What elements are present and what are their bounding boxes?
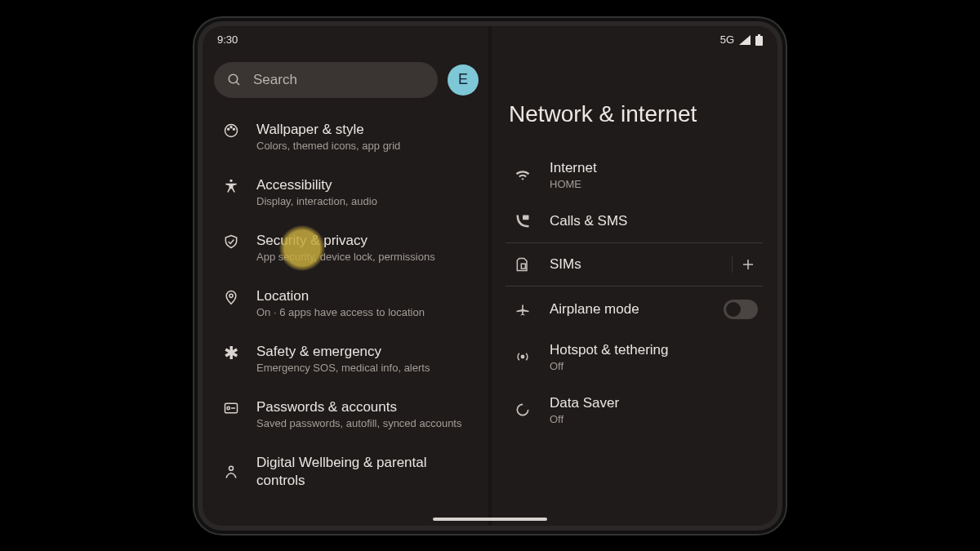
data-saver-icon — [514, 402, 531, 418]
svg-rect-14 — [523, 215, 529, 220]
palette-icon — [223, 122, 239, 139]
svg-point-11 — [227, 407, 229, 410]
detail-item-title: Data Saver — [550, 395, 758, 411]
sidebar-item-subtitle: On · 6 apps have access to location — [256, 306, 474, 320]
detail-item-airplane[interactable]: Airplane mode — [506, 288, 763, 331]
svg-point-2 — [229, 74, 238, 83]
detail-item-subtitle: Off — [550, 360, 758, 372]
sidebar-item-wallpaper[interactable]: Wallpaper & style Colors, themed icons, … — [214, 109, 479, 165]
svg-point-6 — [230, 126, 232, 127]
sidebar-item-wellbeing[interactable]: Digital Wellbeing & parental controls — [214, 442, 479, 500]
sidebar-item-title: Digital Wellbeing & parental controls — [256, 454, 474, 489]
svg-point-5 — [228, 128, 229, 130]
sidebar-item-accessibility[interactable]: Accessibility Display, interaction, audi… — [214, 165, 479, 220]
detail-item-title: SIMs — [550, 256, 715, 273]
detail-item-calls[interactable]: Calls & SMS — [506, 202, 763, 241]
gesture-nav-bar[interactable] — [433, 518, 547, 521]
phone-sms-icon — [514, 213, 531, 229]
sidebar-item-title: Accessibility — [256, 176, 474, 193]
sidebar-item-location[interactable]: Location On · 6 apps have access to loca… — [214, 276, 479, 331]
svg-point-8 — [229, 179, 232, 181]
signal-icon — [739, 35, 751, 45]
detail-pane: Network & internet Internet HOME Calls &… — [490, 54, 777, 526]
account-avatar[interactable]: E — [448, 64, 479, 96]
sidebar-item-title: Security & privacy — [256, 232, 474, 249]
status-network-label: 5G — [720, 33, 734, 46]
svg-line-3 — [236, 82, 239, 85]
divider — [506, 242, 763, 243]
detail-item-sims[interactable]: SIMs — [506, 245, 763, 284]
airplane-toggle[interactable] — [724, 300, 758, 319]
battery-icon — [755, 34, 763, 46]
sidebar-item-title: Wallpaper & style — [256, 121, 474, 138]
svg-rect-1 — [758, 34, 760, 36]
sidebar-item-passwords[interactable]: Passwords & accounts Saved passwords, au… — [214, 387, 479, 442]
sidebar-item-subtitle: Emergency SOS, medical info, alerts — [256, 362, 474, 375]
detail-item-internet[interactable]: Internet HOME — [506, 149, 763, 202]
key-icon — [223, 400, 239, 416]
detail-item-subtitle: Off — [550, 413, 758, 425]
sidebar-item-subtitle: Colors, themed icons, app grid — [256, 140, 474, 153]
svg-point-18 — [521, 355, 523, 358]
sim-icon — [514, 256, 531, 273]
svg-point-13 — [229, 467, 234, 471]
detail-heading: Network & internet — [509, 101, 763, 127]
search-placeholder: Search — [253, 72, 297, 88]
detail-item-title: Calls & SMS — [550, 213, 758, 229]
avatar-initial: E — [458, 71, 468, 88]
airplane-icon — [514, 301, 531, 318]
sidebar-item-subtitle: Saved passwords, autofill, synced accoun… — [256, 417, 474, 431]
status-bar: 9:30 5G — [203, 26, 777, 54]
detail-item-title: Internet — [550, 160, 758, 176]
search-input[interactable]: Search — [214, 62, 438, 98]
svg-point-7 — [233, 128, 234, 130]
detail-item-title: Airplane mode — [550, 301, 707, 318]
detail-item-datasaver[interactable]: Data Saver Off — [506, 384, 763, 437]
sidebar-item-subtitle: App security, device lock, permissions — [256, 251, 474, 264]
detail-item-title: Hotspot & tethering — [550, 342, 758, 358]
plus-icon — [741, 257, 755, 272]
sidebar-item-subtitle: Display, interaction, audio — [256, 195, 474, 209]
hotspot-icon — [514, 349, 531, 365]
sidebar-item-security[interactable]: Security & privacy App security, device … — [214, 220, 479, 276]
wifi-icon — [514, 167, 531, 183]
add-sim-button[interactable] — [732, 256, 763, 273]
status-time: 9:30 — [217, 33, 238, 46]
sidebar-item-safety[interactable]: ✱ Safety & emergency Emergency SOS, medi… — [214, 331, 479, 387]
device-frame: 9:30 5G Search E Wallpaper & style — [203, 26, 777, 526]
svg-point-9 — [229, 294, 233, 297]
sidebar-item-title: Passwords & accounts — [256, 398, 474, 415]
search-icon — [227, 73, 242, 87]
settings-list-pane: Search E Wallpaper & style Colors, theme… — [203, 54, 490, 526]
svg-rect-0 — [755, 36, 763, 46]
location-icon — [223, 289, 239, 305]
shield-icon — [223, 233, 239, 250]
sidebar-item-title: Location — [256, 287, 474, 304]
sidebar-item-title: Safety & emergency — [256, 343, 474, 360]
accessibility-icon — [223, 178, 239, 194]
detail-item-hotspot[interactable]: Hotspot & tethering Off — [506, 331, 763, 384]
svg-rect-15 — [521, 264, 525, 269]
detail-item-subtitle: HOME — [550, 178, 758, 190]
divider — [506, 286, 763, 287]
wellbeing-icon — [223, 464, 239, 480]
